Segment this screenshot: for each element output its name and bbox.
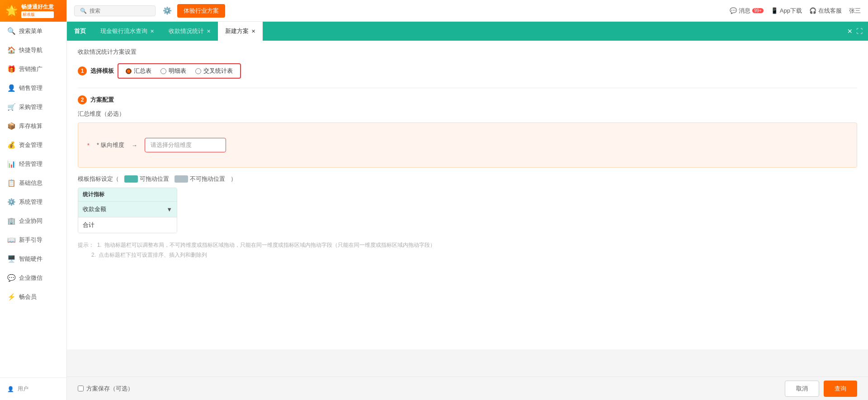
newbie-icon: 📖 <box>7 236 15 244</box>
search-icon: 🔍 <box>7 27 15 35</box>
tab-bar: 首页 现金银行流水查询 ✕ 收款情况统计 ✕ 新建方案 ✕ ✕ ⛶ <box>67 22 868 41</box>
sidebar-footer: 👤 用户 <box>0 377 66 400</box>
step2-number: 2 <box>78 95 87 104</box>
search-icon: 🔍 <box>80 8 87 14</box>
tip-row-1: 提示： 1. 拖动标题栏可以调整布局，不可跨维度或指标区域拖动，只能在同一维度或… <box>78 240 857 250</box>
sidebar-item-wechat[interactable]: 💬 企业微信 <box>0 268 66 287</box>
sidebar-footer-item[interactable]: 👤 用户 <box>0 381 66 396</box>
maximize-icon[interactable]: ⛶ <box>856 28 863 35</box>
top-header: 🔍 ⚙️ 体验行业方案 💬 消息 99+ 📱 App下载 🎧 在线客服 张三 <box>67 0 868 22</box>
logo-text: 畅捷通好生意 <box>21 4 54 11</box>
metrics-label-row: 模板指标设定（ 可拖动位置 不可拖动位置 ） <box>78 175 857 183</box>
step1-row: 1 选择模板 汇总表 明细表 <box>78 63 857 79</box>
app-download-button[interactable]: 📱 App下载 <box>771 7 802 15</box>
member-icon: ⚡ <box>7 293 15 301</box>
user-menu[interactable]: 张三 <box>849 7 861 15</box>
arrow-icon: → <box>132 142 137 149</box>
save-option-label[interactable]: 方案保存（可选） <box>78 385 133 393</box>
query-button[interactable]: 查询 <box>824 381 857 397</box>
metrics-cell-total: 合计 <box>78 217 177 233</box>
metric-dropdown-icon[interactable]: ▼ <box>166 206 172 213</box>
bottom-right-buttons: 取消 查询 <box>785 381 857 397</box>
step1-label: 选择模板 <box>90 67 114 75</box>
metrics-cell-revenue[interactable]: 收款金额 ▼ <box>78 202 177 217</box>
dimension-row: * * 纵向维度 → 请选择分组维度 <box>87 138 226 152</box>
tab-home[interactable]: 首页 <box>67 22 93 41</box>
dimension-area: * * 纵向维度 → 请选择分组维度 <box>78 122 857 168</box>
main-area: 🔍 ⚙️ 体验行业方案 💬 消息 99+ 📱 App下载 🎧 在线客服 张三 首… <box>67 0 868 400</box>
dimension-select[interactable]: 请选择分组维度 <box>145 138 226 152</box>
radio-cross[interactable]: 交叉统计表 <box>195 67 233 75</box>
tip-num-2: 2. <box>78 250 96 260</box>
tips-section: 提示： 1. 拖动标题栏可以调整布局，不可跨维度或指标区域拖动，只能在同一维度或… <box>78 240 857 260</box>
sidebar-item-finance[interactable]: 💰 资金管理 <box>0 136 66 155</box>
tip-text-2: 点击标题栏下拉可设置排序、插入列和删除列 <box>99 250 207 260</box>
sidebar-item-marketing[interactable]: 🎁 营销推广 <box>0 60 66 79</box>
user-avatar-icon: 👤 <box>7 386 14 392</box>
logo-edition: 标准版 <box>21 11 54 18</box>
sidebar-item-basic[interactable]: 📋 基础信息 <box>0 174 66 193</box>
sidebar-item-newbie[interactable]: 📖 新手引导 <box>0 231 66 249</box>
sidebar-item-purchase[interactable]: 🛒 采购管理 <box>0 98 66 117</box>
tab-new-plan[interactable]: 新建方案 ✕ <box>218 22 263 41</box>
system-icon: ⚙️ <box>7 198 15 206</box>
draggable-hint: 可拖动位置 <box>124 175 169 183</box>
close-collections-tab-icon[interactable]: ✕ <box>207 28 211 34</box>
required-mark: * <box>87 142 90 149</box>
vertical-dimension-label: * 纵向维度 <box>97 141 124 149</box>
sidebar-item-sales[interactable]: 👤 销售管理 <box>0 79 66 98</box>
tab-collections[interactable]: 收款情况统计 ✕ <box>161 22 218 41</box>
close-window-icon[interactable]: ✕ <box>847 28 853 35</box>
radio-detail[interactable]: 明细表 <box>160 67 186 75</box>
metrics-label-text: 模板指标设定（ <box>78 175 119 183</box>
save-checkbox[interactable] <box>78 386 84 391</box>
message-badge: 99+ <box>752 8 764 13</box>
radio-group-template: 汇总表 明细表 交叉统计表 <box>126 67 233 75</box>
metrics-table-header: 统计指标 <box>78 188 177 202</box>
sidebar-item-search[interactable]: 🔍 搜索菜单 <box>0 22 66 41</box>
radio-summary[interactable]: 汇总表 <box>126 67 151 75</box>
settings-icon[interactable]: ⚙️ <box>163 6 172 15</box>
tip-prefix: 提示： 1. <box>78 240 102 250</box>
cancel-button[interactable]: 取消 <box>785 381 819 397</box>
section-divider1 <box>78 88 857 88</box>
purchase-icon: 🛒 <box>7 103 15 111</box>
summary-dimension-label: 汇总维度（必选） <box>78 110 857 118</box>
hardware-icon: 🖥️ <box>7 255 15 263</box>
sidebar-item-enterprise[interactable]: 🏢 企业协同 <box>0 212 66 231</box>
enterprise-icon: 🏢 <box>7 217 15 225</box>
sidebar-item-inventory[interactable]: 📦 库存核算 <box>0 117 66 136</box>
template-selection-box: 汇总表 明细表 交叉统计表 <box>118 63 241 79</box>
sidebar-logo: 🌟 畅捷通好生意 标准版 <box>0 0 66 22</box>
sidebar-item-system[interactable]: ⚙️ 系统管理 <box>0 193 66 212</box>
operations-icon: 📊 <box>7 160 15 168</box>
tip-text-1: 拖动标题栏可以调整布局，不可跨维度或指标区域拖动，只能在同一维度或指标区域内拖动… <box>104 240 435 250</box>
page-content: 收款情况统计方案设置 1 选择模板 汇总表 明细表 <box>67 41 868 349</box>
online-service-button[interactable]: 🎧 在线客服 <box>809 7 842 15</box>
non-draggable-hint: 不可拖动位置 <box>175 175 225 183</box>
non-draggable-indicator <box>175 175 188 183</box>
tab-bar-right: ✕ ⛶ <box>847 28 868 35</box>
message-icon: 💬 <box>730 7 737 14</box>
close-newplan-tab-icon[interactable]: ✕ <box>251 28 255 34</box>
inventory-icon: 📦 <box>7 122 15 130</box>
sidebar-item-member[interactable]: ⚡ 畅会员 <box>0 287 66 306</box>
metric-label: 收款金额 <box>83 205 106 213</box>
sidebar-item-hardware[interactable]: 🖥️ 智能硬件 <box>0 249 66 268</box>
metrics-table: 统计指标 收款金额 ▼ 合计 <box>78 188 177 233</box>
wechat-icon: 💬 <box>7 274 15 282</box>
header-search-box[interactable]: 🔍 <box>74 5 156 16</box>
total-label: 合计 <box>83 221 94 228</box>
tab-cashflow[interactable]: 现金银行流水查询 ✕ <box>93 22 161 41</box>
sidebar-item-operations[interactable]: 📊 经营管理 <box>0 155 66 174</box>
search-input[interactable] <box>90 8 153 14</box>
bottom-bar: 方案保存（可选） 取消 查询 <box>67 376 868 400</box>
trial-button[interactable]: 体验行业方案 <box>177 4 225 18</box>
sales-icon: 👤 <box>7 84 15 92</box>
sidebar-item-quicknav[interactable]: 🏠 快捷导航 <box>0 41 66 60</box>
marketing-icon: 🎁 <box>7 65 15 73</box>
message-button[interactable]: 💬 消息 99+ <box>730 7 764 15</box>
download-icon: 📱 <box>771 7 778 14</box>
service-icon: 🎧 <box>809 7 816 14</box>
close-cashflow-tab-icon[interactable]: ✕ <box>150 28 154 34</box>
